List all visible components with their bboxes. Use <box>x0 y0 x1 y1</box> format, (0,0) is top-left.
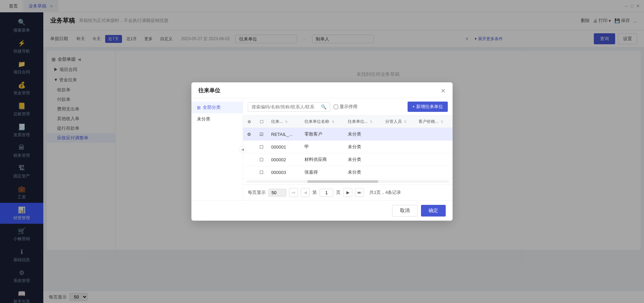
cat-item-uncategorized[interactable]: 未分类 <box>191 113 243 125</box>
row-code: 000001 <box>268 141 301 153</box>
row-settings <box>243 166 255 179</box>
row-manager <box>382 153 415 166</box>
pagination-bar: 每页显示 50 100 ⏮ ◀ 第 页 ▶ ⏭ 共1页，4条记录 <box>243 184 453 200</box>
row-code: 000003 <box>268 166 301 179</box>
row-price <box>415 166 453 179</box>
row-manager <box>382 128 415 141</box>
modal-overlay[interactable]: 往来单位 ✕ ⊞ 全部分类 未分类 ◀ <box>0 0 644 303</box>
row-checkbox[interactable]: ☑ <box>255 128 268 141</box>
row-checkbox[interactable]: ☐ <box>255 166 268 179</box>
table-row[interactable]: ☐ 000001 甲 未分类 <box>243 141 453 153</box>
first-page-btn[interactable]: ⏮ <box>289 188 298 197</box>
modal-close-btn[interactable]: ✕ <box>441 88 446 94</box>
row-name: 甲 <box>301 141 344 153</box>
col-price[interactable]: 客户价格... ⇅ <box>415 116 453 128</box>
table-row[interactable]: ☐ 000002 材料供应商 未分类 <box>243 153 453 166</box>
page-number-input[interactable] <box>320 189 333 197</box>
category-collapse-btn[interactable]: ◀ <box>239 146 246 153</box>
row-manager <box>382 141 415 153</box>
partner-modal: 往来单位 ✕ ⊞ 全部分类 未分类 ◀ <box>191 82 453 221</box>
last-page-btn[interactable]: ⏭ <box>355 188 364 197</box>
modal-table-scroll[interactable]: ⚙ ☐ 往来... ⇅ 往来单位名称 ⇅ 往来单位... ⇅ 分管人员 ⇅ 客户… <box>243 116 453 179</box>
search-input[interactable] <box>252 104 319 109</box>
total-info-label: 共1页，4条记录 <box>369 189 401 196</box>
modal-body: ⊞ 全部分类 未分类 ◀ 🔍 <box>191 98 453 200</box>
col-settings[interactable]: ⚙ <box>243 116 255 128</box>
horizontal-scrollbar[interactable] <box>246 180 449 183</box>
search-icon: 🔍 <box>321 104 326 109</box>
row-price <box>415 128 453 141</box>
show-disabled-checkbox[interactable] <box>334 105 338 109</box>
col-code[interactable]: 往来... ⇅ <box>268 116 301 128</box>
row-name: 零散客户 <box>301 128 344 141</box>
row-name: 材料供应商 <box>301 153 344 166</box>
modal-title: 往来单位 <box>198 87 220 94</box>
per-page-label: 每页显示 <box>248 189 266 196</box>
row-code: 000002 <box>268 153 301 166</box>
row-category: 未分类 <box>344 166 382 179</box>
row-settings: ⚙ <box>243 128 255 141</box>
col-manager[interactable]: 分管人员 ⇅ <box>382 116 415 128</box>
cancel-button[interactable]: 取消 <box>392 205 418 217</box>
col-category[interactable]: 往来单位... ⇅ <box>344 116 382 128</box>
row-code: RETAIL_... <box>268 128 301 141</box>
row-settings <box>243 153 255 166</box>
row-category: 未分类 <box>344 128 382 141</box>
row-price <box>415 141 453 153</box>
row-manager <box>382 166 415 179</box>
modal-footer: 取消 确定 <box>191 200 453 221</box>
grid-icon: ⊞ <box>197 105 201 110</box>
col-checkbox[interactable]: ☐ <box>255 116 268 128</box>
row-name: 张嘉得 <box>301 166 344 179</box>
row-category: 未分类 <box>344 141 382 153</box>
row-price <box>415 153 453 166</box>
prev-page-btn[interactable]: ◀ <box>301 188 310 197</box>
list-toolbar: 🔍 显示停用 + 新增往来单位 <box>243 98 453 116</box>
scrollbar-thumb[interactable] <box>307 180 378 183</box>
row-checkbox[interactable]: ☐ <box>255 141 268 153</box>
page-suffix-label: 页 <box>336 189 341 196</box>
show-disabled-label[interactable]: 显示停用 <box>334 104 357 110</box>
category-panel: ⊞ 全部分类 未分类 ◀ <box>191 98 243 200</box>
confirm-button[interactable]: 确定 <box>421 205 446 217</box>
search-input-box[interactable]: 🔍 <box>248 102 330 112</box>
add-partner-button[interactable]: + 新增往来单位 <box>408 102 448 112</box>
modal-header: 往来单位 ✕ <box>191 82 453 98</box>
table-row[interactable]: ⚙ ☑ RETAIL_... 零散客户 未分类 <box>243 128 453 141</box>
row-category: 未分类 <box>344 153 382 166</box>
cat-item-all[interactable]: ⊞ 全部分类 <box>191 102 243 113</box>
table-row[interactable]: ☐ 000003 张嘉得 未分类 <box>243 166 453 179</box>
row-checkbox[interactable]: ☐ <box>255 153 268 166</box>
per-page-select[interactable]: 50 100 <box>268 189 286 197</box>
next-page-btn[interactable]: ▶ <box>343 188 352 197</box>
col-name[interactable]: 往来单位名称 ⇅ <box>301 116 344 128</box>
list-panel: 🔍 显示停用 + 新增往来单位 ⚙ ☐ <box>243 98 453 200</box>
modal-data-table: ⚙ ☐ 往来... ⇅ 往来单位名称 ⇅ 往来单位... ⇅ 分管人员 ⇅ 客户… <box>243 116 453 179</box>
